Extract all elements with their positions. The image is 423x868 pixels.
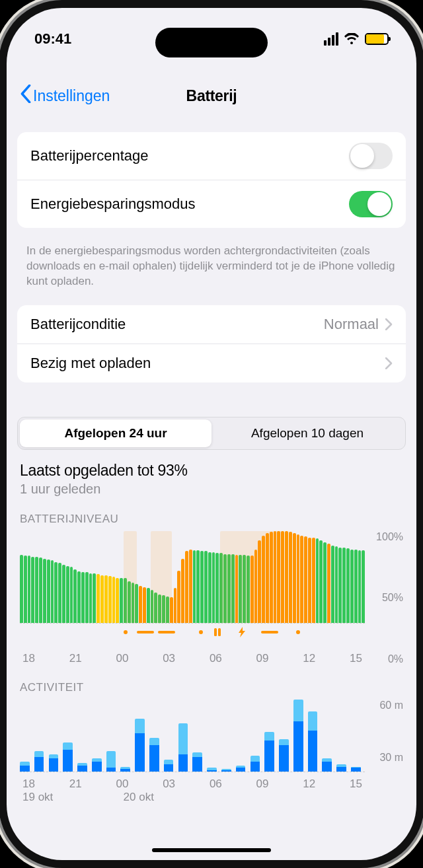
level-bar: [73, 569, 77, 623]
level-bar: [331, 546, 334, 623]
chart-heading: BATTERIJNIVEAU: [20, 513, 403, 526]
level-bar: [24, 556, 27, 622]
level-bar: [70, 567, 73, 623]
row-label: Batterijpercentage: [30, 147, 149, 164]
low-power-mode-toggle[interactable]: [349, 191, 393, 217]
status-time: 09:41: [34, 30, 71, 48]
level-bar: [89, 573, 93, 623]
segment-10d[interactable]: Afgelopen 10 dagen: [212, 419, 403, 447]
level-bar: [350, 550, 354, 623]
level-bar: [204, 551, 208, 622]
level-bar: [312, 538, 315, 623]
x-axis: 1821000306091215: [20, 778, 365, 791]
activity-bar: [63, 742, 73, 772]
activity-bar: [279, 739, 289, 772]
svg-rect-1: [218, 628, 221, 636]
level-bar: [47, 560, 50, 623]
level-bar: [96, 574, 100, 623]
battery-percentage-row[interactable]: Batterijpercentage: [17, 132, 406, 180]
date-label-2: 20 okt: [124, 791, 154, 804]
level-bar: [285, 531, 288, 623]
toggle-group: Batterijpercentage Energiebesparingsmodu…: [17, 132, 406, 228]
level-bar: [147, 588, 150, 623]
level-bar: [139, 586, 142, 623]
dynamic-island: [155, 28, 268, 57]
level-bar: [28, 556, 31, 622]
charge-marker-dash: [158, 626, 175, 637]
home-indicator[interactable]: [152, 848, 271, 852]
level-bar: [108, 576, 112, 623]
charge-marker-dot: [124, 626, 128, 637]
level-bar: [112, 577, 116, 623]
segment-24h[interactable]: Afgelopen 24 uur: [20, 419, 212, 447]
level-bar: [81, 572, 85, 622]
activity-bar: [264, 732, 274, 772]
activity-bar: [92, 758, 102, 772]
x-axis: 1821000306091215: [20, 652, 365, 665]
level-bar: [289, 532, 292, 623]
activity-bar: [120, 767, 130, 772]
activity-bar: [322, 758, 332, 772]
activity-bar: [308, 711, 318, 772]
level-bar: [193, 550, 196, 623]
health-group: Batterijconditie Normaal Bezig met oplad…: [17, 305, 406, 382]
level-bars: [20, 531, 365, 624]
activity-bar: [20, 762, 30, 772]
level-bar: [51, 560, 54, 623]
last-charge-title: Laatst opgeladen tot 93%: [20, 462, 403, 480]
level-bar: [358, 550, 362, 623]
charge-marker-bolt: [237, 626, 247, 637]
row-label: Bezig met opladen: [30, 355, 151, 372]
level-bar: [85, 572, 89, 622]
level-bar: [316, 538, 319, 623]
activity-bar: [192, 752, 202, 772]
date-label-1: 19 okt: [22, 791, 53, 804]
activity-chart: ACTIVITEIT 1821000306091215 19 okt 20 ok…: [20, 681, 403, 804]
activity-bar: [106, 751, 116, 772]
level-bar: [200, 551, 204, 622]
level-bar: [338, 548, 342, 623]
wifi-icon: [344, 33, 360, 45]
low-power-footer: In de energiebesparingsmodus worden acht…: [7, 238, 416, 295]
charge-marker-dash: [137, 626, 154, 637]
level-bar: [177, 571, 180, 623]
time-range-segmented[interactable]: Afgelopen 24 uur Afgelopen 10 dagen: [17, 417, 406, 450]
low-power-mode-row[interactable]: Energiebesparingsmodus: [17, 180, 406, 228]
level-bar: [54, 562, 58, 623]
level-bar: [66, 566, 69, 623]
activity-bar: [77, 763, 87, 772]
battery-percentage-toggle[interactable]: [349, 143, 393, 169]
chevron-right-icon: [385, 357, 393, 369]
charge-marker-dot: [199, 626, 203, 637]
cellular-icon: [324, 32, 338, 46]
activity-bar: [34, 751, 44, 772]
level-bar: [300, 536, 303, 623]
level-bar: [116, 578, 119, 623]
charging-row[interactable]: Bezig met opladen: [17, 344, 406, 382]
charge-marker-dot: [296, 626, 300, 637]
last-charge-subtitle: 1 uur geleden: [20, 482, 403, 497]
level-bar: [100, 575, 104, 623]
row-label: Energiebesparingsmodus: [30, 196, 196, 213]
chevron-left-icon: [20, 85, 32, 107]
page-title: Batterij: [186, 87, 237, 105]
level-bar: [120, 578, 123, 623]
level-bar: [293, 533, 296, 623]
battery-level-chart: BATTERIJNIVEAU 1821000306091215 100%50%0…: [20, 513, 403, 665]
phone-frame: 09:41 Instellingen Batterij Batterijperc…: [7, 8, 416, 860]
battery-health-row[interactable]: Batterijconditie Normaal: [17, 305, 406, 344]
nav-bar: Instellingen Batterij: [7, 77, 416, 114]
level-bar: [185, 551, 188, 622]
activity-bar: [49, 754, 59, 771]
level-bar: [189, 550, 192, 623]
content-scroll[interactable]: Batterijpercentage Energiebesparingsmodu…: [7, 122, 416, 860]
last-charge-summary: Laatst opgeladen tot 93% 1 uur geleden: [20, 462, 403, 497]
back-button[interactable]: Instellingen: [20, 85, 110, 107]
level-bar: [335, 546, 338, 622]
activity-bar: [207, 768, 217, 771]
row-value: Normaal: [324, 316, 379, 333]
activity-bar: [293, 700, 303, 772]
level-bar: [215, 553, 219, 623]
level-bar: [104, 575, 108, 623]
level-bar: [77, 571, 81, 623]
